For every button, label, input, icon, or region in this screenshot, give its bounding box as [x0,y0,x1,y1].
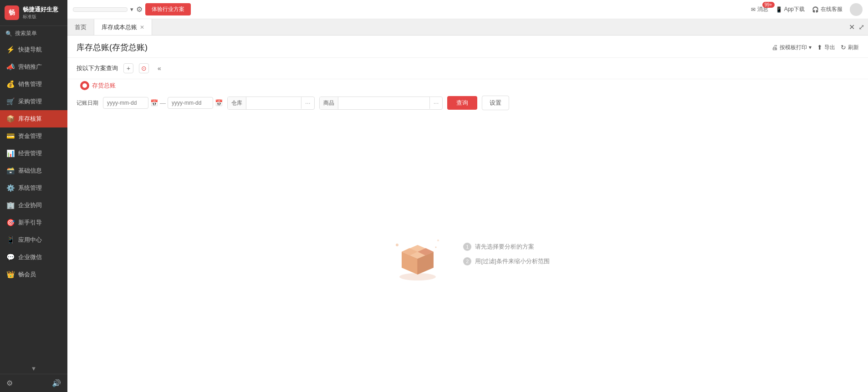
tab-close-icon[interactable]: ✕ [140,24,144,31]
quicknav-label: 快捷导航 [18,46,42,54]
sidebar: 畅 畅捷通好生意 标准版 🔍 搜索菜单 ⚡ 快捷导航 📣 营销推广 💰 销售管理… [0,0,67,392]
funds-label: 资金管理 [18,132,42,140]
tab-home[interactable]: 首页 [67,19,94,35]
wechat-icon: 💬 [6,253,15,261]
sidebar-item-wechat[interactable]: 💬 企业微信 [0,249,67,266]
empty-state: 1 请先选择要分析的方案 2 用[过滤]条件来缩小分析范围 [67,116,868,392]
date-end-calendar-icon[interactable]: 📅 [215,99,223,107]
app-download-label: App下载 [784,5,805,13]
date-input-group: 📅 — 📅 [103,97,223,109]
apps-icon: 📱 [6,236,15,244]
print-dropdown-icon[interactable]: ▾ [809,44,812,51]
sidebar-item-marketing[interactable]: 📣 营销推广 [0,58,67,76]
marketing-label: 营销推广 [18,63,42,71]
user-avatar[interactable] [850,3,863,16]
logo-icon: 畅 [5,5,19,20]
query-button[interactable]: 查询 [447,96,477,110]
sidebar-item-funds[interactable]: 💳 资金管理 [0,127,67,145]
header-search-box[interactable] [73,7,128,12]
tab-active-label: 库存成本总账 [102,23,137,31]
sidebar-item-basic[interactable]: 🗃️ 基础信息 [0,162,67,179]
main-area: ▾ ⚙ 体验行业方案 ✉ 消息 99+ 📱 App下载 🎧 在线客服 首页 [67,0,868,392]
export-icon: ⬆ [817,44,822,51]
inventory-icon: 📦 [6,115,15,123]
warehouse-input[interactable] [246,97,301,108]
page-title-bar: 库存总账(存货总账) 🖨 按模板打印 ▾ ⬆ 导出 ↻ 刷新 [67,36,868,58]
warehouse-input-group: 仓库 ··· [227,97,315,110]
goods-label: 商品 [320,97,338,109]
sidebar-item-inventory[interactable]: 📦 库存核算 [0,110,67,127]
system-label: 系统管理 [18,184,42,192]
message-btn[interactable]: ✉ 消息 99+ [751,5,768,13]
scheme-item[interactable]: 存货总账 [77,79,119,92]
sales-icon: 💰 [6,80,15,88]
filter-area: 按以下方案查询 + ⊙ « [67,58,868,79]
sidebar-item-newguide[interactable]: 🎯 新手引导 [0,214,67,231]
purchase-label: 采购管理 [18,97,42,106]
sidebar-item-quicknav[interactable]: ⚡ 快捷导航 [0,41,67,58]
empty-tip-1: 1 请先选择要分析的方案 [463,243,549,251]
system-icon: ⚙️ [6,184,15,192]
goods-input[interactable] [338,97,429,108]
filter-scheme-btn[interactable]: ⊙ [139,63,149,73]
tab-bar-resize-btn[interactable]: ⤢ [858,23,864,31]
tip-num-2: 2 [463,257,471,265]
export-label: 导出 [824,44,835,51]
online-service-btn[interactable]: 🎧 在线客服 [812,5,842,13]
header-right: ✉ 消息 99+ 📱 App下载 🎧 在线客服 [751,3,863,16]
tab-bar-close-btn[interactable]: ✕ [849,23,855,31]
page-content: 库存总账(存货总账) 🖨 按模板打印 ▾ ⬆ 导出 ↻ 刷新 按以下方案查询 [67,36,868,392]
search-icon: 🔍 [5,31,12,37]
basic-label: 基础信息 [18,167,42,175]
audio-footer-icon[interactable]: 🔊 [52,379,61,387]
refresh-btn[interactable]: ↻ 刷新 [841,44,859,51]
tip-num-1: 1 [463,243,471,251]
header-dropdown-icon[interactable]: ▾ [130,6,133,13]
print-label: 按模板打印 [780,44,807,51]
scheme-name: 存货总账 [92,81,116,90]
settings-footer-icon[interactable]: ⚙ [6,379,13,387]
tab-home-label: 首页 [75,23,87,31]
filter-add-btn[interactable]: + [123,63,133,73]
svg-point-8 [396,244,398,246]
sidebar-item-system[interactable]: ⚙️ 系统管理 [0,179,67,197]
marketing-icon: 📣 [6,63,15,71]
apps-label: 应用中心 [18,236,42,244]
scheme-icon [80,81,89,90]
print-btn[interactable]: 🖨 按模板打印 ▾ [771,44,812,51]
scheme-area: 存货总账 [67,79,868,96]
export-btn[interactable]: ⬆ 导出 [817,44,835,51]
goods-more-btn[interactable]: ··· [429,97,443,109]
sidebar-item-operations[interactable]: 📊 经营管理 [0,145,67,162]
warehouse-label: 仓库 [228,97,246,109]
funds-icon: 💳 [6,132,15,140]
page-title: 库存总账(存货总账) [77,42,148,53]
settings-button[interactable]: 设置 [482,96,509,110]
sidebar-item-apps[interactable]: 📱 应用中心 [0,231,67,249]
sidebar-item-sales[interactable]: 💰 销售管理 [0,76,67,93]
enterprise-label: 企业协同 [18,201,42,209]
purchase-icon: 🛒 [6,97,15,106]
sidebar-item-member[interactable]: 👑 畅会员 [0,266,67,283]
tab-inventory-ledger[interactable]: 库存成本总账 ✕ [94,19,152,35]
sidebar-search-menu[interactable]: 🔍 搜索菜单 [0,26,67,41]
date-start-calendar-icon[interactable]: 📅 [150,99,158,107]
warehouse-more-btn[interactable]: ··· [301,97,314,109]
sidebar-scroll-down[interactable]: ▼ [0,363,67,374]
filter-collapse-btn[interactable]: « [154,63,164,73]
top-header: ▾ ⚙ 体验行业方案 ✉ 消息 99+ 📱 App下载 🎧 在线客服 [67,0,868,19]
trial-btn[interactable]: 体验行业方案 [145,3,191,15]
sidebar-item-purchase[interactable]: 🛒 采购管理 [0,93,67,110]
newguide-icon: 🎯 [6,219,15,227]
search-menu-label: 搜索菜单 [15,30,37,37]
sidebar-footer: ⚙ 🔊 [0,374,67,392]
header-settings-icon[interactable]: ⚙ [136,5,143,14]
app-download-btn[interactable]: 📱 App下载 [776,5,805,13]
enterprise-icon: 🏢 [6,201,15,209]
version-label: 标准版 [23,14,58,20]
sidebar-item-enterprise[interactable]: 🏢 企业协同 [0,197,67,214]
date-start-input[interactable] [103,97,148,109]
member-label: 畅会员 [18,270,36,279]
quicknav-icon: ⚡ [6,46,15,54]
date-end-input[interactable] [168,97,213,109]
